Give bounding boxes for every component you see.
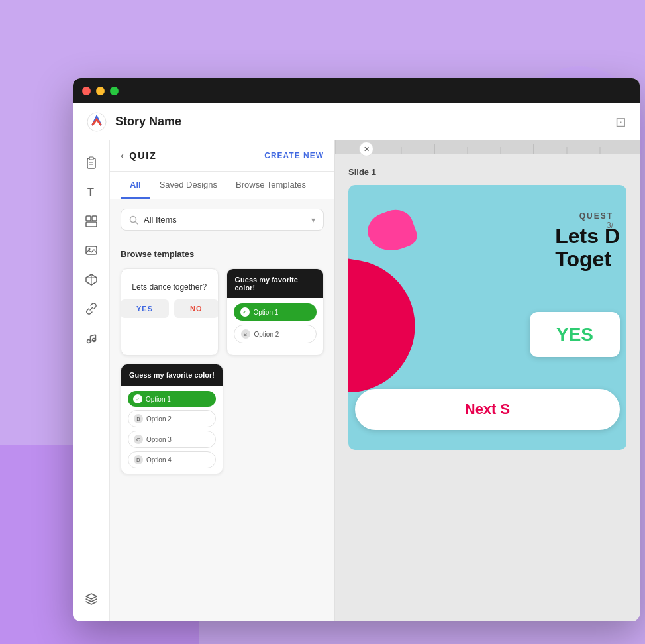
option-b-label: Option 2 [254,331,279,338]
tab-browse-templates[interactable]: Browse Templates [226,172,315,199]
card-yesno-body: Lets dance together? YES NO [121,269,218,355]
slide-yes-button[interactable]: YES [530,312,620,357]
no-button[interactable]: NO [174,299,218,318]
close-panel-button[interactable]: ✕ [359,142,373,156]
sidebar: T [73,140,110,621]
canvas-area: Slide 1 QUEST 3/ Lets D Toget [335,140,640,621]
color-quiz-4-header: Guess my favorite color! [121,364,223,386]
quiz-panel: ‹ QUIZ CREATE NEW All Saved Designs Brow… [110,140,335,621]
option-letter-b: B [241,329,250,339]
close-button[interactable] [82,87,91,95]
monitor-icon[interactable]: ⊡ [615,114,626,130]
pink-shape [363,205,420,258]
app-window: Story Name ⊡ T [73,78,640,621]
card-color-body: Guess my favorite color! ✓ Option 1 B Op… [227,269,324,355]
slide-preview[interactable]: QUEST 3/ Lets D Toget YES Next S [348,185,626,450]
templates-grid: Lets dance together? YES NO Guess my fav… [121,268,324,474]
ruler-top [335,140,640,154]
search-box[interactable]: ▾ [121,209,324,231]
back-button[interactable]: ‹ [121,150,124,162]
opt4-letter-c: C [134,435,143,444]
yesno-question: Lets dance together? [132,282,207,292]
svg-rect-7 [92,216,97,221]
color-option-b[interactable]: B Option 2 [234,325,317,343]
opt4-c[interactable]: C Option 3 [128,431,216,448]
opt4-letter-b: B [134,414,143,423]
app-logo [86,111,107,133]
canvas-content: Slide 1 QUEST 3/ Lets D Toget [335,154,640,621]
opt4-b-label: Option 2 [146,415,172,423]
template-yesno[interactable]: Lets dance together? YES NO [121,268,219,356]
panel-header-left: ‹ QUIZ [121,150,157,162]
maximize-button[interactable] [110,87,119,95]
option-a-label: Option 1 [254,309,279,316]
search-icon [129,215,138,225]
template-color-2[interactable]: Guess my favorite color! ✓ Option 1 B Op… [226,268,324,356]
svg-rect-6 [86,216,91,221]
panel-content: Browse templates Lets dance together? YE… [110,240,334,621]
minimize-button[interactable] [96,87,105,95]
panel-header: ‹ QUIZ CREATE NEW [110,140,334,172]
sidebar-icon-clipboard[interactable] [79,151,103,175]
opt4-b[interactable]: B Option 2 [128,410,216,427]
titlebar [73,78,640,103]
tab-saved-designs[interactable]: Saved Designs [150,172,226,199]
main-area: T [73,140,640,621]
4opts-options: ✓ Option 1 B Option 2 C [121,386,223,474]
search-input[interactable] [144,215,306,225]
opt4-letter-d: D [134,455,143,464]
browse-templates-title: Browse templates [121,249,324,259]
slide-main-text: Lets D Toget [548,225,626,271]
card-4opts-body: Guess my favorite color! ✓ Option 1 B Op… [121,364,223,474]
option-check-icon: ✓ [240,307,250,317]
red-wave-shape [348,258,425,403]
color-options: ✓ Option 1 B Option 2 [227,298,324,349]
opt4-a-label: Option 1 [146,396,171,403]
sidebar-icon-layout[interactable] [79,209,103,233]
slide-label: Slide 1 [348,167,626,177]
svg-rect-2 [89,157,93,160]
opt4-check-icon: ✓ [133,394,142,403]
sidebar-icon-link[interactable] [79,297,103,321]
slide-text-line1: Lets D [555,225,620,248]
panel-tabs: All Saved Designs Browse Templates [110,172,334,199]
app-title: Story Name [115,115,615,129]
template-color-4[interactable]: Guess my favorite color! ✓ Option 1 B Op… [121,364,223,474]
slide-text-line2: Toget [555,248,620,271]
opt4-d[interactable]: D Option 4 [128,451,216,468]
svg-rect-8 [86,222,97,227]
sidebar-icon-image[interactable] [79,239,103,262]
opt4-a[interactable]: ✓ Option 1 [128,391,216,407]
sidebar-icon-cube[interactable] [79,268,103,292]
sidebar-icon-text[interactable]: T [79,180,103,204]
yesno-buttons: YES NO [132,299,207,318]
opt4-c-label: Option 3 [146,436,172,443]
svg-point-10 [88,248,90,250]
templates-row-1: Lets dance together? YES NO Guess my fav… [121,268,324,356]
opt4-d-label: Option 4 [146,456,172,464]
panel-title: QUIZ [129,150,156,161]
create-new-button[interactable]: CREATE NEW [264,151,324,160]
color-quiz-header: Guess my favorite color! [227,269,324,298]
slide-next-button[interactable]: Next S [355,389,620,430]
color-option-a[interactable]: ✓ Option 1 [234,303,317,321]
templates-row-2: Guess my favorite color! ✓ Option 1 B Op… [121,364,324,474]
svg-line-19 [90,335,95,336]
search-chevron-icon: ▾ [311,215,315,225]
yes-button[interactable]: YES [121,299,169,318]
sidebar-icon-music[interactable] [79,326,103,350]
search-container: ▾ [110,199,334,240]
svg-text:T: T [87,187,94,198]
tab-all[interactable]: All [121,172,150,199]
svg-rect-22 [335,140,640,154]
app-header: Story Name ⊡ [73,103,640,140]
svg-rect-9 [86,246,97,254]
svg-line-21 [136,221,138,224]
sidebar-icon-layers[interactable] [79,587,103,611]
question-label: QUEST [579,211,613,221]
